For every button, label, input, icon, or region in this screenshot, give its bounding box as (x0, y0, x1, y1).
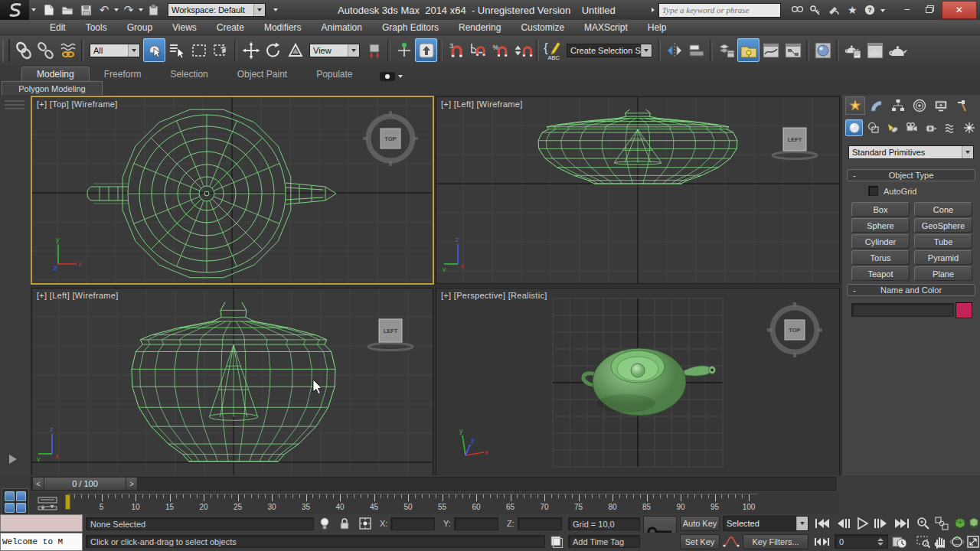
selection-filter-dropdown[interactable]: All (90, 44, 140, 57)
zoom-extents-all-icon[interactable] (968, 516, 980, 531)
tab-hierarchy[interactable] (888, 96, 908, 115)
help-icon[interactable]: ? (862, 2, 880, 18)
object-button-tube[interactable]: Tube (914, 234, 972, 249)
maximize-viewport-toggle-icon[interactable] (966, 534, 980, 549)
viewport-top[interactable]: [+] [Top] [Wireframe] TOPyxz (32, 97, 433, 283)
time-configuration-icon[interactable] (891, 534, 908, 549)
ribbon-state-arrow-icon[interactable] (398, 75, 403, 78)
subtab-systems[interactable] (960, 119, 978, 136)
viewport-left-lower[interactable]: [+] [Left] [Wireframe] LEFTzyx (32, 289, 433, 475)
x-coordinate-input[interactable] (390, 517, 435, 530)
current-frame-field[interactable]: 0 (835, 534, 888, 549)
maximize-button[interactable] (919, 1, 942, 18)
menu-graph-editors[interactable]: Graph Editors (372, 20, 449, 35)
viewport-layout-tabs-button[interactable] (2, 488, 29, 516)
object-button-torus[interactable]: Torus (851, 250, 910, 265)
subtab-geometry[interactable] (845, 119, 863, 136)
unlink-selection-button[interactable] (34, 38, 57, 62)
window-crossing-toggle-button[interactable] (210, 38, 232, 62)
menu-edit[interactable]: Edit (40, 20, 76, 35)
spinner-snap-toggle-button[interactable] (511, 38, 534, 62)
object-button-cone[interactable]: Cone (914, 202, 972, 217)
edit-named-selection-sets-button[interactable]: {ABC (541, 38, 564, 62)
object-button-teapot[interactable]: Teapot (851, 266, 910, 281)
new-file-button[interactable] (41, 2, 57, 18)
tab-display[interactable] (931, 96, 951, 115)
communication-center-icon[interactable] (825, 2, 843, 18)
next-frame-button[interactable]: > (126, 477, 138, 491)
absolute-offset-mode-icon[interactable] (358, 517, 372, 530)
undo-button[interactable]: ↶ (96, 2, 113, 18)
pan-hand-icon[interactable] (933, 534, 948, 549)
ribbon-tab-populate[interactable]: Populate (302, 67, 367, 81)
object-color-swatch[interactable] (956, 302, 972, 318)
undo-history-arrow-icon[interactable] (114, 8, 119, 11)
play-animation-button[interactable] (853, 516, 871, 531)
object-name-input[interactable] (851, 303, 954, 317)
key-mode-toggle-icon[interactable] (813, 534, 831, 549)
open-mini-trackbar-button[interactable] (37, 496, 60, 511)
select-and-manipulate-button[interactable] (393, 38, 415, 62)
render-setup-button[interactable] (841, 38, 864, 62)
workspace-dropdown[interactable]: Workspace: Default (168, 3, 266, 17)
view-cube[interactable]: NSWETOP (766, 301, 824, 359)
project-folder-icon[interactable] (145, 2, 162, 18)
open-file-button[interactable] (59, 2, 76, 18)
subtab-cameras[interactable] (903, 119, 920, 136)
autogrid-checkbox[interactable] (868, 186, 878, 196)
maxscript-listener-pane[interactable]: Welcome to M (0, 533, 83, 551)
named-selection-set-dropdown[interactable]: Create Selection Se (567, 44, 652, 57)
select-and-move-button[interactable] (240, 38, 262, 62)
use-pivot-point-center-button[interactable] (363, 38, 385, 62)
menu-create[interactable]: Create (207, 20, 254, 35)
save-file-button[interactable] (77, 2, 94, 18)
select-and-rotate-button[interactable] (262, 38, 284, 62)
rectangular-selection-region-button[interactable] (188, 38, 210, 62)
select-by-name-button[interactable] (165, 38, 188, 62)
redo-button[interactable]: ↷ (120, 2, 137, 18)
previous-frame-step-button[interactable] (835, 516, 851, 531)
time-tag-icon[interactable] (550, 535, 564, 549)
workspace-menu-arrow-icon[interactable] (267, 2, 284, 18)
zoom-region-icon[interactable] (916, 534, 931, 549)
material-editor-button[interactable] (812, 38, 834, 62)
viewport-left-upper[interactable]: [+] [Left] [Wireframe] LEFTzyx (436, 97, 839, 283)
name-color-rollout-header[interactable]: - Name and Color (847, 284, 975, 296)
object-button-box[interactable]: Box (851, 202, 910, 217)
tab-modify[interactable] (867, 96, 887, 115)
object-button-plane[interactable]: Plane (914, 266, 972, 281)
key-mode-dropdown[interactable]: Selected (723, 516, 808, 531)
macro-recorder-pane[interactable] (0, 514, 83, 532)
bind-to-space-warp-button[interactable] (57, 38, 79, 62)
auto-key-button[interactable]: Auto Key (680, 516, 720, 531)
curve-editor-button[interactable] (760, 38, 782, 62)
rendered-frame-window-button[interactable] (864, 38, 886, 62)
select-and-scale-button[interactable] (284, 38, 306, 62)
tab-utilities[interactable] (952, 96, 972, 115)
isolate-selection-icon[interactable] (318, 517, 331, 531)
subtab-lights[interactable] (884, 119, 901, 136)
search-history-arrow-icon[interactable] (652, 8, 655, 12)
next-frame-step-button[interactable] (873, 516, 890, 531)
category-dropdown[interactable]: Standard Primitives (848, 145, 974, 159)
set-key-button[interactable]: Set Key (680, 534, 720, 549)
object-type-rollout-header[interactable]: - Object Type (847, 169, 975, 181)
reference-coordinate-system-dropdown[interactable]: View (309, 44, 360, 57)
object-button-pyramid[interactable]: Pyramid (914, 250, 972, 265)
default-tangent-icon[interactable] (723, 534, 740, 549)
align-button[interactable] (685, 38, 707, 62)
viewport-perspective[interactable]: [+] [Perspective] [Realistic] NSWETOPyxz (436, 289, 839, 475)
viewport-label-perspective[interactable]: [+] [Perspective] [Realistic] (441, 291, 547, 300)
view-cube[interactable]: LEFT (361, 301, 420, 359)
toggle-scene-explorer-button[interactable] (715, 38, 737, 62)
menu-group[interactable]: Group (117, 20, 162, 35)
expand-arrow-icon[interactable] (9, 455, 17, 464)
minimize-button[interactable]: – (896, 1, 919, 18)
current-frame-marker[interactable] (65, 494, 70, 510)
orbit-icon[interactable] (949, 534, 965, 549)
subtab-shapes[interactable] (864, 119, 882, 136)
y-coordinate-input[interactable] (454, 517, 498, 530)
tab-create[interactable] (845, 96, 865, 115)
view-cube[interactable]: TOP (361, 109, 420, 168)
logo-menu-arrow-icon[interactable] (31, 8, 36, 11)
